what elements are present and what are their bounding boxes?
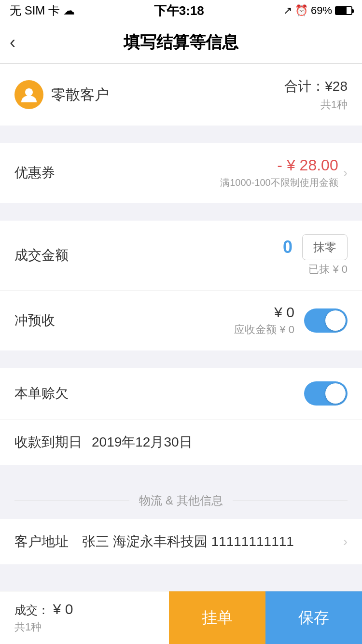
status-bar: 无 SIM 卡 ☁ 下午3:18 ↗ ⏰ 69% xyxy=(0,0,362,21)
prepay-toggle[interactable] xyxy=(304,308,348,333)
status-right: ↗ ⏰ 69% xyxy=(283,4,352,17)
address-chevron-icon: › xyxy=(343,534,348,549)
deal-amount-value-block: 0 抹零 xyxy=(283,234,348,260)
person-icon xyxy=(20,86,38,103)
coupon-right: - ¥ 28.00 满1000-100不限制使用金额 › xyxy=(220,156,348,189)
duedate-value: 2019年12月30日 xyxy=(92,433,193,451)
address-label: 客户地址 xyxy=(14,532,72,551)
coupon-row[interactable]: 优惠券 - ¥ 28.00 满1000-100不限制使用金额 › xyxy=(0,143,362,203)
svg-point-0 xyxy=(25,88,33,96)
debt-toggle[interactable] xyxy=(304,381,348,406)
battery-icon xyxy=(335,6,352,15)
customer-name: 零散客户 xyxy=(51,85,109,105)
location-icon: ↗ xyxy=(283,4,292,17)
alarm-icon: ⏰ xyxy=(295,4,308,17)
prepay-desc: 应收金额 ¥ 0 xyxy=(234,322,294,337)
divider-4 xyxy=(0,474,362,482)
address-value: 张三 海淀永丰科技园 11111111111 xyxy=(82,532,343,551)
divider-1 xyxy=(0,134,362,143)
customer-avatar xyxy=(14,80,43,109)
customer-row: 零散客户 合计：¥28 共1种 xyxy=(0,64,362,126)
status-left: 无 SIM 卡 ☁ xyxy=(10,3,75,18)
prepay-value: ¥ 0 xyxy=(274,304,294,321)
hang-button[interactable]: 挂单 xyxy=(169,591,265,644)
prepay-row: 冲预收 ¥ 0 应收金额 ¥ 0 xyxy=(0,291,362,350)
deal-amount-row: 成交金额 0 抹零 已抹 ¥ 0 xyxy=(0,221,362,291)
bottom-count: 共1种 xyxy=(14,620,154,634)
deal-section: 成交金额 0 抹零 已抹 ¥ 0 冲预收 ¥ 0 应收金额 ¥ 0 xyxy=(0,221,362,350)
customer-right: 合计：¥28 共1种 xyxy=(284,77,348,112)
save-button[interactable]: 保存 xyxy=(265,591,362,644)
customer-left: 零散客户 xyxy=(14,80,109,109)
divider-2 xyxy=(0,212,362,221)
already-rounded-label: 已抹 ¥ 0 xyxy=(283,262,348,277)
logistics-line-left xyxy=(14,501,129,501)
round-zero-button[interactable]: 抹零 xyxy=(302,234,348,260)
debt-row: 本单赊欠 xyxy=(0,368,362,419)
bottom-summary: 成交： ¥ 0 共1种 xyxy=(0,601,169,634)
coupon-label: 优惠券 xyxy=(14,164,55,182)
total-count: 共1种 xyxy=(284,98,348,112)
coupon-desc: 满1000-100不限制使用金额 xyxy=(220,176,338,189)
status-time: 下午3:18 xyxy=(154,2,204,19)
total-amount: 合计：¥28 xyxy=(284,77,348,96)
deal-amount-value: 0 xyxy=(283,237,292,257)
battery-label: 69% xyxy=(311,4,332,17)
divider-3 xyxy=(0,359,362,368)
prepay-label: 冲预收 xyxy=(14,311,82,330)
deal-amount-label: 成交金额 xyxy=(14,246,82,265)
duedate-row: 收款到期日 2019年12月30日 xyxy=(0,419,362,465)
coupon-chevron-icon: › xyxy=(343,165,348,181)
sim-label: 无 SIM 卡 ☁ xyxy=(10,3,75,18)
coupon-section[interactable]: 优惠券 - ¥ 28.00 满1000-100不限制使用金额 › xyxy=(0,143,362,203)
address-section[interactable]: 客户地址 张三 海淀永丰科技园 11111111111 › xyxy=(0,519,362,564)
debt-label: 本单赊欠 xyxy=(14,384,69,403)
bottom-bar: 成交： ¥ 0 共1种 挂单 保存 xyxy=(0,591,362,644)
duedate-label: 收款到期日 xyxy=(14,433,82,451)
prepay-value-block: ¥ 0 应收金额 ¥ 0 xyxy=(234,304,294,337)
nav-bar: ‹ 填写结算等信息 xyxy=(0,21,362,64)
bottom-deal-row: 成交： ¥ 0 xyxy=(14,601,154,618)
bottom-deal-amount: ¥ 0 xyxy=(53,601,73,617)
customer-section: 零散客户 合计：¥28 共1种 xyxy=(0,64,362,126)
page-title: 填写结算等信息 xyxy=(124,31,238,54)
bottom-deal-label: 成交： xyxy=(14,603,49,616)
address-row[interactable]: 客户地址 张三 海淀永丰科技园 11111111111 › xyxy=(0,519,362,564)
main-content: 零散客户 合计：¥28 共1种 优惠券 - ¥ 28.00 满1000-100不… xyxy=(0,64,362,636)
logistics-header: 物流 & 其他信息 xyxy=(0,482,362,519)
coupon-amount: - ¥ 28.00 xyxy=(220,156,338,174)
back-button[interactable]: ‹ xyxy=(10,32,15,53)
logistics-line-right xyxy=(233,501,348,501)
logistics-title: 物流 & 其他信息 xyxy=(129,493,232,508)
debt-section: 本单赊欠 收款到期日 2019年12月30日 xyxy=(0,368,362,465)
